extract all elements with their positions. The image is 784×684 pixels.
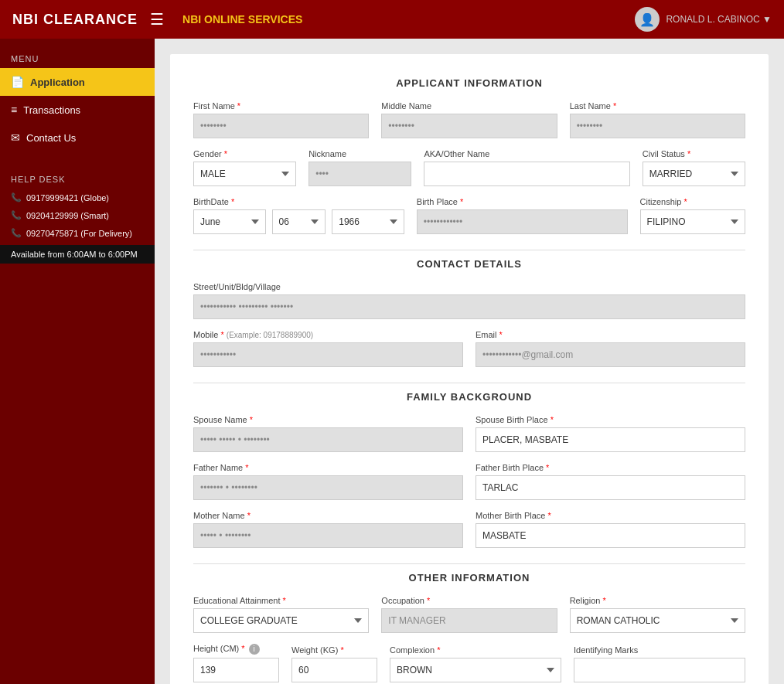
mother-birth-place-input[interactable] (476, 523, 745, 548)
brand-logo: NBI CLEARANCE (12, 12, 138, 28)
father-name-group: Father Name * (193, 463, 463, 500)
father-birth-place-group: Father Birth Place * (476, 463, 745, 500)
street-input[interactable] (193, 294, 745, 319)
name-row: First Name * Middle Name Last Name * (193, 101, 745, 138)
help-phone-globe: 📞 09179999421 (Globe) (0, 189, 155, 206)
father-birth-place-label: Father Birth Place * (476, 463, 745, 472)
birth-place-label: Birth Place * (417, 197, 628, 206)
middle-name-label: Middle Name (381, 101, 557, 111)
spouse-birth-place-input[interactable] (476, 427, 745, 452)
weight-input[interactable] (291, 658, 377, 682)
main-content: APPLICANT INFORMATION First Name * Middl… (155, 39, 784, 684)
height-info-icon[interactable]: i (249, 644, 260, 655)
sidebar: MENU 📄 Application ≡ Transactions ✉ Cont… (0, 39, 155, 684)
phone-icon-1: 📞 (11, 192, 22, 202)
mother-birth-place-label: Mother Birth Place * (476, 511, 745, 520)
nickname-group: Nickname (308, 149, 411, 186)
last-name-input[interactable] (570, 114, 745, 138)
mobile-email-row: Mobile * (Example: 09178889900) Email * (193, 330, 745, 367)
identifying-marks-input[interactable] (574, 658, 745, 682)
family-divider (193, 383, 745, 383)
spouse-name-label: Spouse Name * (193, 415, 463, 424)
sidebar-item-transactions[interactable]: ≡ Transactions (0, 96, 155, 124)
height-input[interactable] (193, 658, 279, 682)
middle-name-input[interactable] (381, 114, 557, 138)
mother-name-label: Mother Name * (193, 511, 463, 520)
user-display[interactable]: RONALD L. CABINOC ▼ (666, 14, 772, 25)
middle-name-group: Middle Name (381, 101, 557, 138)
civil-status-select[interactable]: MARRIED SINGLE WIDOWED SEPARATED (643, 162, 745, 186)
other-divider (193, 563, 745, 564)
email-group: Email * (476, 330, 745, 367)
gender-select[interactable]: MALE FEMALE (193, 162, 296, 186)
edu-label: Educational Attainment * (193, 596, 369, 605)
edu-select[interactable]: ELEMENTARY HIGH SCHOOL COLLEGE GRADUATE … (193, 608, 369, 633)
mother-birth-place-group: Mother Birth Place * (476, 511, 745, 548)
mobile-label: Mobile * (Example: 09178889900) (193, 330, 463, 339)
spouse-name-input[interactable] (193, 427, 463, 452)
complexion-select[interactable]: FAIR BROWN DARK MORENO/MORENA (390, 658, 561, 682)
birthdate-selects: JanuaryFebruaryMarch AprilMayJune JulyAu… (193, 209, 404, 234)
occupation-group: Occupation * (381, 596, 557, 633)
complexion-label: Complexion * (390, 645, 561, 655)
birth-day-select[interactable]: 06 (272, 209, 326, 234)
occupation-input[interactable] (381, 608, 557, 633)
mother-name-input[interactable] (193, 523, 463, 548)
application-icon: 📄 (11, 76, 24, 88)
civil-status-label: Civil Status * (643, 149, 745, 158)
religion-label: Religion * (570, 596, 745, 605)
gender-group: Gender * MALE FEMALE (193, 149, 296, 186)
section-family-title: FAMILY BACKGROUND (193, 391, 745, 403)
phone-icon-3: 📞 (11, 228, 22, 238)
height-label: Height (CM) * i (193, 644, 279, 655)
gender-row: Gender * MALE FEMALE Nickname AKA/Other … (193, 149, 745, 186)
mobile-group: Mobile * (Example: 09178889900) (193, 330, 463, 367)
nav-title: NBI ONLINE SERVICES (182, 13, 302, 26)
section-other-title: OTHER INFORMATION (193, 572, 745, 584)
sidebar-item-application[interactable]: 📄 Application (0, 68, 155, 96)
sidebar-item-contact-us[interactable]: ✉ Contact Us (0, 124, 155, 151)
citizenship-group: Citizenship * FILIPINO DUAL CITIZENSHIP … (640, 197, 745, 234)
birth-year-select[interactable]: 1966 (332, 209, 404, 234)
email-input[interactable] (476, 342, 745, 367)
last-name-label: Last Name * (570, 101, 745, 111)
edu-occ-religion-row: Educational Attainment * ELEMENTARY HIGH… (193, 596, 745, 633)
help-phone-smart: 📞 09204129999 (Smart) (0, 206, 155, 224)
transactions-icon: ≡ (11, 104, 17, 116)
identifying-marks-label: Identifying Marks (574, 645, 745, 655)
identifying-marks-group: Identifying Marks (574, 645, 745, 682)
birthdate-group: BirthDate * JanuaryFebruaryMarch AprilMa… (193, 197, 404, 234)
avatar: 👤 (635, 7, 660, 32)
birthdate-row: BirthDate * JanuaryFebruaryMarch AprilMa… (193, 197, 745, 234)
first-name-group: First Name * (193, 101, 369, 138)
nickname-label: Nickname (308, 149, 411, 158)
email-label: Email * (476, 330, 745, 339)
birth-place-input[interactable] (417, 209, 628, 234)
street-label: Street/Unit/Bldg/Village (193, 282, 745, 291)
religion-select[interactable]: ROMAN CATHOLIC PROTESTANT ISLAM BORN AGA… (570, 608, 745, 633)
hamburger-icon[interactable]: ☰ (150, 10, 164, 29)
first-name-input[interactable] (193, 114, 369, 138)
nickname-input[interactable] (308, 162, 411, 186)
edu-group: Educational Attainment * ELEMENTARY HIGH… (193, 596, 369, 633)
aka-label: AKA/Other Name (424, 149, 629, 158)
height-weight-row: Height (CM) * i Weight (KG) * Complexion… (193, 644, 745, 682)
father-name-input[interactable] (193, 475, 463, 500)
birthdate-label: BirthDate * (193, 197, 404, 206)
aka-input[interactable] (424, 162, 629, 186)
phone-icon-2: 📞 (11, 210, 22, 220)
weight-label: Weight (KG) * (291, 645, 377, 655)
civil-status-group: Civil Status * MARRIED SINGLE WIDOWED SE… (643, 149, 745, 186)
father-birth-place-input[interactable] (476, 475, 745, 500)
citizenship-label: Citizenship * (640, 197, 745, 206)
height-group: Height (CM) * i (193, 644, 279, 682)
spouse-row: Spouse Name * Spouse Birth Place * (193, 415, 745, 452)
weight-group: Weight (KG) * (291, 645, 377, 682)
contact-icon: ✉ (11, 131, 20, 144)
mobile-input[interactable] (193, 342, 463, 367)
sidebar-item-transactions-label: Transactions (23, 104, 80, 116)
sidebar-item-contact-label: Contact Us (26, 132, 76, 144)
help-phone-delivery: 📞 09270475871 (For Delivery) (0, 224, 155, 242)
citizenship-select[interactable]: FILIPINO DUAL CITIZENSHIP FOREIGN (640, 209, 745, 234)
birth-month-select[interactable]: JanuaryFebruaryMarch AprilMayJune JulyAu… (193, 209, 266, 234)
